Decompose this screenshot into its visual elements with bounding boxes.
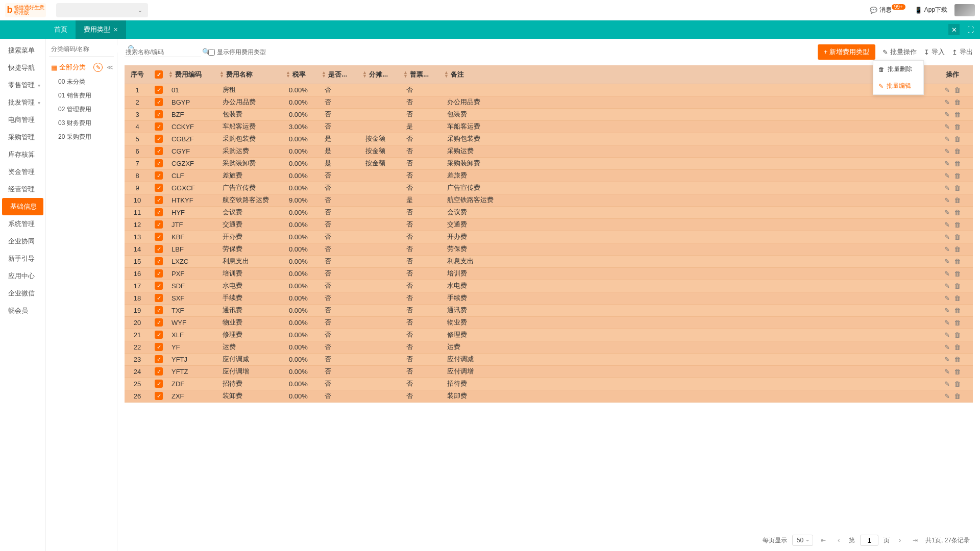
nav-item[interactable]: 新手引导: [0, 250, 45, 267]
edit-categories-button[interactable]: ✎: [93, 63, 103, 72]
row-edit-button[interactable]: ✎: [944, 160, 950, 167]
row-checkbox[interactable]: ✓: [150, 108, 167, 120]
row-checkbox[interactable]: ✓: [150, 96, 167, 108]
col-alloc[interactable]: ▲▼ 分摊...: [361, 65, 402, 84]
row-edit-button[interactable]: ✎: [944, 245, 950, 253]
row-edit-button[interactable]: ✎: [944, 270, 950, 278]
tab-expense-type[interactable]: 费用类型 ✕: [76, 20, 126, 39]
row-checkbox[interactable]: ✓: [150, 341, 167, 353]
nav-item[interactable]: 应用中心: [0, 267, 45, 285]
row-checkbox[interactable]: ✓: [150, 218, 167, 231]
per-page-select[interactable]: 50: [792, 535, 813, 546]
row-checkbox[interactable]: ✓: [150, 280, 167, 292]
tab-home[interactable]: 首页: [46, 20, 76, 39]
row-delete-button[interactable]: 🗑: [954, 86, 961, 94]
nav-item[interactable]: 企业协同: [0, 233, 45, 250]
close-icon[interactable]: ✕: [113, 27, 118, 33]
row-edit-button[interactable]: ✎: [944, 123, 950, 131]
row-edit-button[interactable]: ✎: [944, 380, 950, 388]
col-note[interactable]: ▲▼ 备注: [443, 65, 932, 84]
col-name[interactable]: ▲▼ 费用名称: [218, 65, 285, 84]
nav-item[interactable]: 库存核算: [0, 146, 45, 163]
first-page-button[interactable]: ⇤: [818, 535, 828, 545]
row-edit-button[interactable]: ✎: [944, 196, 950, 204]
row-delete-button[interactable]: 🗑: [954, 380, 961, 388]
row-edit-button[interactable]: ✎: [944, 294, 950, 302]
row-checkbox[interactable]: ✓: [150, 329, 167, 341]
row-edit-button[interactable]: ✎: [944, 343, 950, 351]
row-delete-button[interactable]: 🗑: [954, 245, 961, 253]
col-vat[interactable]: ▲▼ 普票...: [402, 65, 443, 84]
row-delete-button[interactable]: 🗑: [954, 123, 961, 131]
nav-item[interactable]: 零售管理▾: [0, 77, 45, 94]
row-delete-button[interactable]: 🗑: [954, 147, 961, 155]
row-edit-button[interactable]: ✎: [944, 98, 950, 106]
row-edit-button[interactable]: ✎: [944, 209, 950, 216]
row-checkbox[interactable]: ✓: [150, 145, 167, 157]
row-checkbox[interactable]: ✓: [150, 353, 167, 365]
row-edit-button[interactable]: ✎: [944, 307, 950, 314]
row-delete-button[interactable]: 🗑: [954, 392, 961, 400]
tree-root-label[interactable]: 全部分类: [59, 63, 86, 72]
tree-item[interactable]: 01 销售费用: [56, 89, 114, 103]
nav-item[interactable]: 经营管理: [0, 181, 45, 198]
row-delete-button[interactable]: 🗑: [954, 356, 961, 363]
row-checkbox[interactable]: ✓: [150, 133, 167, 145]
next-page-button[interactable]: ›: [895, 535, 905, 545]
row-checkbox[interactable]: ✓: [150, 84, 167, 96]
tree-item[interactable]: 02 管理费用: [56, 103, 114, 116]
row-checkbox[interactable]: ✓: [150, 120, 167, 133]
show-disabled-checkbox[interactable]: 显示停用费用类型: [208, 48, 266, 57]
org-selector[interactable]: ⌄: [56, 3, 148, 17]
row-checkbox[interactable]: ✓: [150, 316, 167, 329]
row-delete-button[interactable]: 🗑: [954, 319, 961, 327]
nav-item[interactable]: 企业微信: [0, 285, 45, 302]
row-checkbox[interactable]: ✓: [150, 169, 167, 182]
page-input[interactable]: [860, 535, 878, 546]
col-rate[interactable]: ▲▼ 税率: [285, 65, 321, 84]
row-edit-button[interactable]: ✎: [944, 233, 950, 241]
row-delete-button[interactable]: 🗑: [954, 331, 961, 339]
import-button[interactable]: ↧导入: [924, 47, 945, 57]
row-delete-button[interactable]: 🗑: [954, 172, 961, 180]
batch-ops-button[interactable]: ✎批量操作: [883, 47, 917, 57]
row-edit-button[interactable]: ✎: [944, 184, 950, 192]
row-delete-button[interactable]: 🗑: [954, 307, 961, 314]
row-edit-button[interactable]: ✎: [944, 147, 950, 155]
row-checkbox[interactable]: ✓: [150, 231, 167, 243]
row-edit-button[interactable]: ✎: [944, 282, 950, 290]
nav-item[interactable]: 采购管理: [0, 129, 45, 146]
row-delete-button[interactable]: 🗑: [954, 160, 961, 167]
row-checkbox[interactable]: ✓: [150, 267, 167, 280]
row-edit-button[interactable]: ✎: [944, 392, 950, 400]
row-checkbox[interactable]: ✓: [150, 194, 167, 206]
tabstrip-close-button[interactable]: ✕: [948, 24, 960, 35]
row-edit-button[interactable]: ✎: [944, 319, 950, 327]
row-edit-button[interactable]: ✎: [944, 221, 950, 229]
row-delete-button[interactable]: 🗑: [954, 270, 961, 278]
row-checkbox[interactable]: ✓: [150, 292, 167, 304]
nav-item[interactable]: 批发管理▾: [0, 94, 45, 111]
nav-item[interactable]: 电商管理: [0, 111, 45, 129]
row-checkbox[interactable]: ✓: [150, 304, 167, 316]
nav-item[interactable]: 快捷导航: [0, 59, 45, 77]
row-checkbox[interactable]: ✓: [150, 365, 167, 378]
nav-item[interactable]: 畅会员: [0, 302, 45, 319]
tree-item[interactable]: 03 财务费用: [56, 116, 114, 130]
row-checkbox[interactable]: ✓: [150, 390, 167, 402]
nav-item[interactable]: 基础信息: [2, 198, 43, 215]
row-delete-button[interactable]: 🗑: [954, 221, 961, 229]
row-edit-button[interactable]: ✎: [944, 258, 950, 265]
row-delete-button[interactable]: 🗑: [954, 294, 961, 302]
nav-item[interactable]: 系统管理: [0, 215, 45, 233]
row-edit-button[interactable]: ✎: [944, 111, 950, 118]
col-select-all[interactable]: ✓: [150, 65, 167, 84]
row-delete-button[interactable]: 🗑: [954, 111, 961, 118]
export-button[interactable]: ↥导出: [952, 47, 973, 57]
new-expense-type-button[interactable]: + 新增费用类型: [818, 44, 875, 60]
collapse-tree-button[interactable]: ≪: [107, 64, 112, 71]
row-delete-button[interactable]: 🗑: [954, 282, 961, 290]
row-edit-button[interactable]: ✎: [944, 135, 950, 143]
last-page-button[interactable]: ⇥: [910, 535, 920, 545]
row-edit-button[interactable]: ✎: [944, 86, 950, 94]
